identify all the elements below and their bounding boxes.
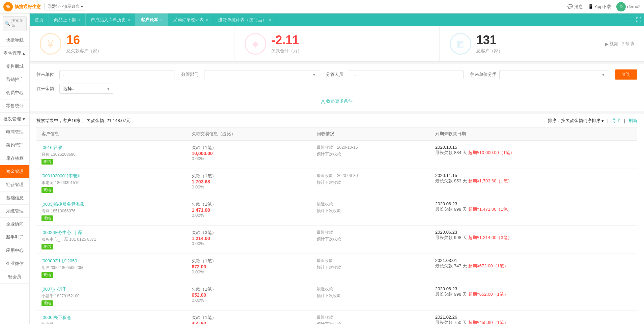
industry-selector[interactable]: 母婴行业演示账套 ▾ <box>44 3 86 10</box>
debt-amount[interactable]: 652.00 <box>192 292 307 298</box>
sidebar-menu: 快捷导航 零售管理▲ 零售商城 营销推广 会员中心 零售统计 批发管理▼ 电商管… <box>0 34 29 324</box>
manager-input[interactable]: ... ··· <box>349 70 464 79</box>
sidebar-item-inventory[interactable]: 库存核算 <box>0 152 29 165</box>
app-container: 畅 畅捷通好生意 母婴行业演示账套 ▾ 💬 消息 📱 App下载 D demo2 <box>0 0 644 324</box>
customer-name-link[interactable]: [0016]吕俊 <box>41 145 181 151</box>
overdue-amount-link[interactable]: 超期¥1,703.68（1笔） <box>468 178 512 183</box>
unit-category-select[interactable]: ▾ <box>499 70 608 79</box>
summary-actions: ▶ 视频 ? 帮助 <box>605 41 634 47</box>
dropdown-arrow-icon: ▾ <box>602 72 605 77</box>
cell-due-date: 2021.03.01 最长欠款 747 天 超期¥672.00（1笔） <box>430 254 637 282</box>
customer-name-link[interactable]: [0001020001]李老师 <box>41 173 181 179</box>
overdue-amount-link[interactable]: 超期¥455.90（1笔） <box>468 320 508 324</box>
sidebar-item-enterprise-wechat[interactable]: 企业微信 <box>0 257 29 270</box>
window-minimize-icon[interactable]: — <box>628 17 633 23</box>
balance-select[interactable]: 选择... ▾ <box>59 84 113 94</box>
filter-unit-category: 往来单位分类 ▾ <box>470 70 608 79</box>
help-link[interactable]: ? 帮助 <box>622 41 634 47</box>
cell-customer-info: [0006]去下粮仓 陈小希 现结 <box>36 311 187 324</box>
col-collect-status: 回收情况 <box>312 127 430 141</box>
customer-name-link[interactable]: [0002]服务中心_丁磊 <box>41 230 181 236</box>
overdue-days: 最长欠款 998 天 超期¥1,471.00（1笔） <box>435 206 632 212</box>
debt-amount[interactable]: 1,214.00 <box>192 236 307 241</box>
debt-amount[interactable]: 1,471.00 <box>192 207 307 213</box>
help-icon: ? <box>622 41 624 47</box>
tabs-bar: 首页 商品上下架 × 产成品入库单历史 × 客户账本 × 采购订单统计表 × <box>30 13 644 26</box>
sidebar-item-ecommerce[interactable]: 电商管理 <box>0 126 29 139</box>
overdue-amount-link[interactable]: 超期¥672.00（1笔） <box>468 263 508 268</box>
tab-products-on-off[interactable]: 商品上下架 × <box>49 13 86 26</box>
tab-purchase-stats[interactable]: 进货单统计表（按商品） × <box>213 13 276 26</box>
filter-from-unit: 往来单位 ... ··· <box>36 70 174 79</box>
customer-contact: 海燕 18513066976 <box>41 208 181 214</box>
sidebar-item-member-plus[interactable]: 畅会员 <box>0 270 29 284</box>
overdue-days: 最长欠款 750 天 超期¥455.90（1笔） <box>435 320 632 324</box>
cell-customer-info: [0007]小进千 小进千 18279152100 现结 <box>36 282 187 311</box>
overdue-amount-link[interactable]: 超期¥10,000.00（1笔） <box>468 150 514 155</box>
debt-customers-icon: ¥ <box>40 33 61 55</box>
cell-debt-info: 欠款（1笔） 455.90 0.00% <box>187 311 312 324</box>
sort-selector[interactable]: 排序：按欠款金额倒序排序 ▾ <box>548 118 604 124</box>
tab-purchase-order-stats[interactable]: 采购订单统计表 × <box>168 13 214 26</box>
department-select[interactable]: ▾ <box>204 70 319 79</box>
sidebar-item-purchase[interactable]: 采购管理 <box>0 139 29 152</box>
sidebar-item-batch-mgmt[interactable]: 批发管理▼ <box>0 113 29 126</box>
sidebar-item-finance[interactable]: 资金管理 <box>0 165 29 178</box>
sidebar-item-retail-stats[interactable]: 零售统计 <box>0 99 29 113</box>
tab-home[interactable]: 首页 <box>30 13 49 26</box>
debt-amount[interactable]: 455.90 <box>192 321 307 324</box>
top-bar: 畅 畅捷通好生意 母婴行业演示账套 ▾ 💬 消息 📱 App下载 D demo2 <box>0 0 644 13</box>
tab-close-icon[interactable]: × <box>78 18 80 22</box>
sidebar-item-quick-nav[interactable]: 快捷导航 <box>0 34 29 47</box>
export-button[interactable]: 导出 <box>612 118 621 124</box>
debt-amount[interactable]: 10,000.00 <box>192 151 307 156</box>
sidebar-item-enterprise-collab[interactable]: 企业协同 <box>0 218 29 231</box>
customer-name-link[interactable]: [0006]去下粮仓 <box>41 315 181 321</box>
sidebar-item-retail-mall[interactable]: 零售商城 <box>0 60 29 73</box>
customer-name-link[interactable]: [000002]用户2050 <box>41 258 181 264</box>
tab-close-icon[interactable]: × <box>161 18 163 22</box>
tab-customer-account[interactable]: 客户账本 × <box>136 13 168 26</box>
search-menu-input[interactable]: 🔍 搜索菜单 <box>3 16 27 31</box>
customer-name-link[interactable]: [0007]小进千 <box>41 286 181 292</box>
tab-close-icon[interactable]: × <box>269 18 271 22</box>
search-button[interactable]: 查询 <box>615 69 637 80</box>
sidebar-item-app-center[interactable]: 应用中心 <box>0 244 29 257</box>
tab-close-icon[interactable]: × <box>128 18 130 22</box>
sidebar-item-basic-info[interactable]: 基础信息 <box>0 192 29 205</box>
cell-customer-info: [0016]吕俊 吕俊 13026203696 现结 <box>36 141 187 169</box>
sidebar-item-marketing[interactable]: 营销推广 <box>0 73 29 86</box>
window-maximize-icon[interactable]: ⛶ <box>636 17 641 23</box>
last-collect-label: 最近收款 <box>317 230 425 235</box>
from-unit-placeholder: ... <box>63 72 67 77</box>
overdue-amount-link[interactable]: 超期¥1,471.00（1笔） <box>468 207 512 212</box>
from-unit-input[interactable]: ... ··· <box>59 70 174 79</box>
sidebar-item-operations[interactable]: 经营管理 <box>0 178 29 192</box>
tab-production-history[interactable]: 产成品入库单历史 × <box>86 13 136 26</box>
collapse-filters-button[interactable]: ⋀ 收起更多条件 <box>319 96 354 106</box>
debt-amount[interactable]: 672.00 <box>192 264 307 269</box>
tab-close-icon[interactable]: × <box>206 18 208 22</box>
last-collect-label: 最近收款 2020-06-30 <box>317 173 425 179</box>
message-button[interactable]: 💬 消息 <box>567 4 583 10</box>
user-profile[interactable]: D demo2 <box>616 2 641 11</box>
avatar: D <box>616 2 626 11</box>
debt-count: 欠款（1笔） <box>192 315 307 321</box>
sidebar-item-member-center[interactable]: 会员中心 <box>0 86 29 99</box>
sidebar-item-new-guide[interactable]: 新手引导 <box>0 231 29 244</box>
sidebar-item-system[interactable]: 系统管理 <box>0 205 29 218</box>
sidebar-search: 🔍 搜索菜单 <box>0 13 29 34</box>
sidebar-item-retail-mgmt[interactable]: 零售管理▲ <box>0 47 29 60</box>
col-customer-info: 客户信息 <box>36 127 187 141</box>
overdue-amount-link[interactable]: 超期¥1,214.00（3笔） <box>468 235 512 240</box>
overdue-days: 最长欠款 884 天 超期¥10,000.00（1笔） <box>435 150 632 156</box>
app-download-button[interactable]: 📱 App下载 <box>588 4 611 10</box>
video-link[interactable]: ▶ 视频 <box>605 41 618 47</box>
due-date: 2020.06.23 <box>435 286 632 291</box>
overdue-amount-link[interactable]: 超期¥652.00（1笔） <box>468 292 508 297</box>
customer-name-link[interactable]: [0003]畅捷服务尹海燕 <box>41 201 181 207</box>
page-content: ¥ 16 总欠款客户（家） ◆ -2.11 欠款合计（万） <box>30 26 644 324</box>
customer-tag: 现结 <box>41 187 53 193</box>
debt-amount[interactable]: 1,703.68 <box>192 179 307 184</box>
refresh-button[interactable]: 刷新 <box>628 118 637 124</box>
